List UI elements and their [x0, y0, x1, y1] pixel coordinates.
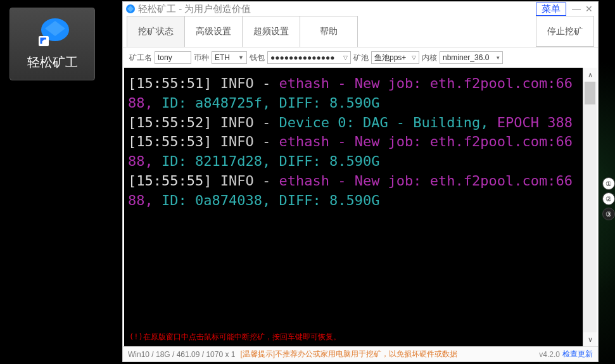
- tab-overclock[interactable]: 超频设置: [242, 16, 300, 47]
- close-button[interactable]: ✕: [583, 3, 595, 15]
- desktop-shortcut-label: 轻松矿工: [27, 54, 78, 71]
- tab-advanced[interactable]: 高级设置: [184, 16, 243, 47]
- minimize-button[interactable]: —: [570, 3, 583, 15]
- coin-select[interactable]: ETH ▼: [212, 51, 247, 64]
- kernel-label: 内核: [422, 53, 437, 63]
- stop-mining-button[interactable]: 停止挖矿: [536, 16, 594, 47]
- pool-value: 鱼池pps+: [374, 53, 406, 63]
- tab-mining-status[interactable]: 挖矿状态: [127, 16, 185, 47]
- svg-rect-1: [39, 36, 49, 46]
- kernel-select[interactable]: nbminer_36.0 ▾: [440, 51, 503, 64]
- desktop-shortcut[interactable]: 轻松矿工: [10, 8, 95, 80]
- wallet-label: 钱包: [250, 53, 265, 63]
- side-pager: ① ② ③: [602, 177, 615, 220]
- chevron-down-icon: ▽: [412, 54, 416, 61]
- tab-row: 挖矿状态 高级设置 超频设置 帮助 停止挖矿: [123, 16, 598, 47]
- pool-label: 矿池: [353, 53, 369, 63]
- coin-value: ETH: [215, 53, 230, 62]
- version-label: v4.2.0: [539, 350, 560, 359]
- pager-3[interactable]: ③: [602, 208, 615, 220]
- console-area: [15:55:51] INFO - ethash - New job: eth.…: [124, 68, 597, 346]
- scroll-down-button[interactable]: ∨: [583, 332, 597, 346]
- kernel-value: nbminer_36.0: [443, 53, 489, 62]
- pager-1[interactable]: ①: [602, 177, 615, 190]
- window-title: 轻松矿工 - 为用户创造价值: [138, 3, 536, 15]
- console-line: [15:55:53] INFO - ethash - New job: eth.…: [128, 132, 579, 172]
- check-update-link[interactable]: 检查更新: [562, 349, 593, 360]
- app-window: 轻松矿工 - 为用户创造价值 菜单 — ✕ 挖矿状态 高级设置 超频设置 帮助 …: [122, 1, 599, 362]
- coin-label: 币种: [194, 53, 209, 63]
- worker-label: 矿工名: [129, 53, 152, 63]
- pager-2[interactable]: ②: [602, 192, 615, 205]
- app-logo-icon: [125, 4, 136, 14]
- console-output[interactable]: [15:55:51] INFO - ethash - New job: eth.…: [124, 68, 583, 346]
- worker-input[interactable]: [155, 51, 191, 64]
- status-hint: [温馨提示]不推荐办公或家用电脑用于挖矿，以免损坏硬件或数据: [240, 349, 457, 360]
- scroll-up-button[interactable]: ∧: [583, 68, 597, 82]
- chevron-down-icon: ▽: [343, 54, 348, 61]
- wallet-value: ●●●●●●●●●●●●●●: [270, 53, 334, 62]
- scroll-track[interactable]: [583, 82, 597, 332]
- console-line: [15:55:55] INFO - ethash - New job: eth.…: [128, 172, 579, 211]
- chevron-down-icon: ▾: [497, 54, 500, 61]
- params-row: 矿工名 币种 ETH ▼ 钱包 ●●●●●●●●●●●●●● ▽ 矿池 鱼池pp…: [123, 47, 598, 68]
- pool-select[interactable]: 鱼池pps+ ▽: [371, 51, 419, 64]
- titlebar: 轻松矿工 - 为用户创造价值 菜单 — ✕: [123, 2, 598, 16]
- console-line: [15:55:51] INFO - ethash - New job: eth.…: [128, 74, 579, 113]
- system-info: Win10 / 18G / 461.09 / 1070 x 1: [128, 350, 235, 359]
- scrollbar: ∧ ∨: [583, 68, 597, 346]
- chevron-down-icon: ▼: [238, 54, 244, 61]
- app-icon: [34, 17, 72, 49]
- status-bar: Win10 / 18G / 461.09 / 1070 x 1 [温馨提示]不推…: [123, 346, 598, 361]
- tab-help[interactable]: 帮助: [300, 16, 358, 47]
- console-warning: (!)在原版窗口中点击鼠标可能中断挖矿，按回车键即可恢复。: [129, 332, 341, 342]
- menu-button[interactable]: 菜单: [536, 3, 566, 16]
- scroll-thumb[interactable]: [585, 82, 595, 104]
- console-line: [15:55:52] INFO - Device 0: DAG - Buildi…: [128, 113, 579, 133]
- wallet-select[interactable]: ●●●●●●●●●●●●●● ▽: [267, 51, 351, 64]
